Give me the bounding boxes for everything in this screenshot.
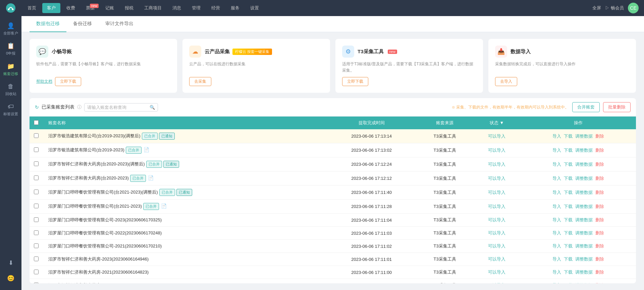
action-调整数据[interactable]: 调整数据 bbox=[575, 134, 593, 139]
action-导入[interactable]: 导入 bbox=[552, 148, 561, 153]
action-调整数据[interactable]: 调整数据 bbox=[575, 230, 593, 235]
action-删除[interactable]: 删除 bbox=[595, 283, 604, 283]
table-help-icon[interactable]: ⓘ bbox=[77, 104, 82, 110]
row-checkbox[interactable] bbox=[34, 243, 39, 248]
search-input[interactable] bbox=[87, 105, 148, 110]
search-icon[interactable]: 🔍 bbox=[150, 105, 155, 110]
refresh-btn[interactable]: ↻ bbox=[35, 104, 39, 110]
action-下载[interactable]: 下载 bbox=[564, 134, 573, 139]
action-删除[interactable]: 删除 bbox=[595, 270, 604, 275]
fullscreen-btn[interactable]: 全屏 bbox=[592, 5, 601, 11]
go-import-btn[interactable]: 去导入 bbox=[495, 77, 517, 86]
action-导入[interactable]: 导入 bbox=[552, 134, 561, 139]
download-now-btn-1[interactable]: 立即下载 bbox=[55, 77, 81, 86]
vip-btn[interactable]: ▷ 畅会员 bbox=[605, 5, 624, 11]
action-下载[interactable]: 下载 bbox=[564, 190, 573, 195]
action-导入[interactable]: 导入 bbox=[552, 283, 561, 283]
action-调整数据[interactable]: 调整数据 bbox=[575, 243, 593, 248]
tab-data-migration[interactable]: 数据包迁移 bbox=[30, 16, 66, 32]
row-checkbox[interactable] bbox=[34, 217, 39, 222]
action-导入[interactable]: 导入 bbox=[552, 257, 561, 262]
action-导入[interactable]: 导入 bbox=[552, 270, 561, 275]
nav-bookkeeping[interactable]: 记账 bbox=[101, 3, 119, 13]
action-调整数据[interactable]: 调整数据 bbox=[575, 148, 593, 153]
sidebar-item-all-clients[interactable]: 👤 全部客户 bbox=[0, 19, 21, 39]
action-下载[interactable]: 下载 bbox=[564, 230, 573, 235]
action-调整数据[interactable]: 调整数据 bbox=[575, 190, 593, 195]
sidebar-item-tag-settings[interactable]: 🏷 标签设置 bbox=[0, 100, 21, 120]
download-icon[interactable]: ⬇ bbox=[6, 257, 16, 269]
nav-operation[interactable]: 经营 bbox=[207, 3, 225, 13]
row-checkbox[interactable] bbox=[34, 147, 39, 152]
sidebar-item-account-migration[interactable]: 📁 账套迁移 bbox=[0, 59, 21, 79]
action-下载[interactable]: 下载 bbox=[564, 176, 573, 181]
help-doc-btn[interactable]: 帮助文档 bbox=[36, 79, 52, 84]
nav-home[interactable]: 首页 bbox=[23, 3, 41, 13]
action-下载[interactable]: 下载 bbox=[564, 243, 573, 248]
action-下载[interactable]: 下载 bbox=[564, 217, 573, 222]
row-checkbox[interactable] bbox=[34, 190, 39, 194]
merge-accounts-btn[interactable]: 合并账套 bbox=[572, 102, 600, 112]
action-导入[interactable]: 导入 bbox=[552, 217, 561, 222]
nav-manage[interactable]: 管理 bbox=[187, 3, 205, 13]
row-checkbox[interactable] bbox=[34, 204, 39, 208]
action-删除[interactable]: 删除 bbox=[595, 190, 604, 195]
action-下载[interactable]: 下载 bbox=[564, 283, 573, 283]
nav-client[interactable]: 客户 bbox=[42, 3, 60, 13]
action-调整数据[interactable]: 调整数据 bbox=[575, 257, 593, 262]
action-下载[interactable]: 下载 bbox=[564, 162, 573, 167]
action-删除[interactable]: 删除 bbox=[595, 230, 604, 235]
row-checkbox[interactable] bbox=[34, 283, 39, 283]
action-调整数据[interactable]: 调整数据 bbox=[575, 283, 593, 283]
sidebar-item-recycle[interactable]: 🗑 回收站 bbox=[0, 80, 21, 100]
row-checkbox[interactable] bbox=[34, 270, 39, 274]
batch-delete-btn[interactable]: 批量删除 bbox=[603, 102, 631, 112]
row-checkbox[interactable] bbox=[34, 133, 39, 138]
nav-fee[interactable]: 收费 bbox=[62, 3, 80, 13]
action-删除[interactable]: 删除 bbox=[595, 176, 604, 181]
action-导入[interactable]: 导入 bbox=[552, 190, 561, 195]
download-now-btn-3[interactable]: 立即下载 bbox=[342, 77, 368, 86]
action-导入[interactable]: 导入 bbox=[552, 243, 561, 248]
action-下载[interactable]: 下载 bbox=[564, 204, 573, 209]
action-删除[interactable]: 删除 bbox=[595, 162, 604, 167]
action-下载[interactable]: 下载 bbox=[564, 148, 573, 153]
action-导入[interactable]: 导入 bbox=[552, 204, 561, 209]
row-checkbox[interactable] bbox=[34, 230, 39, 235]
row-checkbox[interactable] bbox=[34, 161, 39, 166]
row-checkbox[interactable] bbox=[34, 257, 39, 261]
action-删除[interactable]: 删除 bbox=[595, 134, 604, 139]
row-checkbox[interactable] bbox=[34, 175, 39, 180]
action-导入[interactable]: 导入 bbox=[552, 176, 561, 181]
action-删除[interactable]: 删除 bbox=[595, 243, 604, 248]
nav-business[interactable]: 工商项目 bbox=[140, 3, 166, 13]
action-调整数据[interactable]: 调整数据 bbox=[575, 176, 593, 181]
go-collect-btn[interactable]: 去采集 bbox=[189, 77, 211, 86]
action-删除[interactable]: 删除 bbox=[595, 148, 604, 153]
help-icon[interactable]: 😊 bbox=[4, 272, 17, 285]
action-调整数据[interactable]: 调整数据 bbox=[575, 217, 593, 222]
tab-audit-export[interactable]: 审计文件导出 bbox=[99, 16, 140, 32]
sidebar-item-0申报[interactable]: 📋 0申报 bbox=[0, 39, 21, 59]
action-调整数据[interactable]: 调整数据 bbox=[575, 270, 593, 275]
app-logo[interactable] bbox=[5, 3, 16, 13]
action-导入[interactable]: 导入 bbox=[552, 230, 561, 235]
select-all-checkbox[interactable] bbox=[34, 120, 39, 125]
nav-message[interactable]: 消息 bbox=[168, 3, 186, 13]
nav-settings[interactable]: 设置 bbox=[246, 3, 264, 13]
user-avatar[interactable]: CE bbox=[628, 3, 639, 13]
nav-invoice[interactable]: 票据 new bbox=[81, 3, 99, 13]
action-调整数据[interactable]: 调整数据 bbox=[575, 204, 593, 209]
svg-point-2 bbox=[12, 9, 14, 10]
action-删除[interactable]: 删除 bbox=[595, 257, 604, 262]
action-调整数据[interactable]: 调整数据 bbox=[575, 162, 593, 167]
col-source: 账套来源 bbox=[417, 117, 473, 129]
tab-backup-migration[interactable]: 备份迁移 bbox=[66, 16, 99, 32]
action-下载[interactable]: 下载 bbox=[564, 257, 573, 262]
action-删除[interactable]: 删除 bbox=[595, 217, 604, 222]
action-导入[interactable]: 导入 bbox=[552, 162, 561, 167]
action-删除[interactable]: 删除 bbox=[595, 204, 604, 209]
nav-tax[interactable]: 报税 bbox=[120, 3, 138, 13]
nav-service[interactable]: 服务 bbox=[226, 3, 244, 13]
action-下载[interactable]: 下载 bbox=[564, 270, 573, 275]
